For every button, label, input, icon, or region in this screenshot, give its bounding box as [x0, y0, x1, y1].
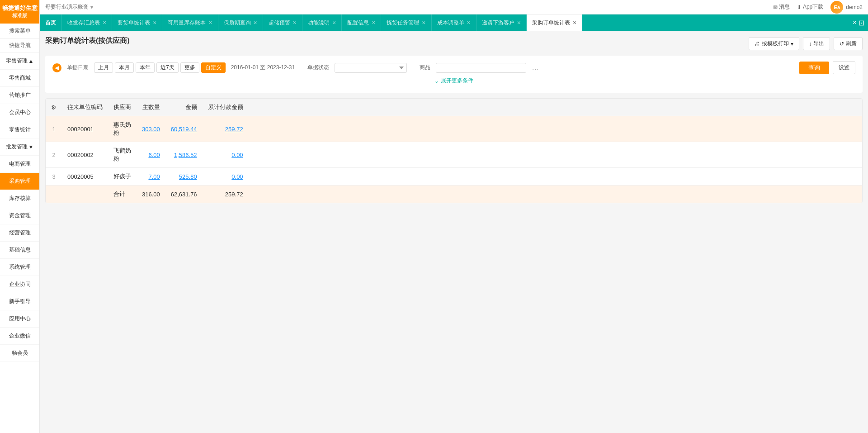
main-area: 母婴行业演示账套 ▾ ✉ 消息 ⬇ App下载 Ea demo2 首页 收发存汇…	[40, 0, 868, 433]
expand-conditions-btn[interactable]: ⌄ 展开更多条件	[434, 77, 473, 85]
app-download-btn[interactable]: ⬇ App下载	[797, 3, 823, 11]
row-code: 00020001	[62, 116, 108, 142]
row-qty[interactable]: 6.00	[137, 142, 165, 168]
row-num: 1	[46, 116, 62, 142]
date-btn-last-month[interactable]: 上月	[94, 62, 113, 73]
status-select[interactable]	[335, 63, 407, 73]
table-settings-icon[interactable]: ⚙	[51, 104, 57, 111]
app-name: 畅捷通好生意	[2, 5, 38, 12]
template-chevron: ▾	[791, 41, 793, 47]
tab-close-function[interactable]: ×	[332, 19, 336, 26]
tab-close-quality[interactable]: ×	[254, 19, 257, 26]
date-btn-this-month[interactable]: 本月	[115, 62, 134, 73]
message-btn[interactable]: ✉ 消息	[773, 3, 790, 11]
workspace-chevron: ▾	[90, 4, 93, 10]
tab-close-overstock[interactable]: ×	[293, 19, 297, 26]
tab-close-inventory[interactable]: ×	[208, 19, 212, 26]
sidebar-item-quick-nav[interactable]: 快捷导航	[0, 39, 39, 52]
tab-bar: 首页 收发存汇总表 × 要货单统计表 × 可用量库存账本 × 保质期查询 × 超…	[40, 14, 868, 31]
tab-invite-downstream[interactable]: 邀请下游客户 ×	[476, 14, 527, 31]
user-profile[interactable]: Ea demo2	[830, 1, 863, 14]
refresh-button[interactable]: ↺ 刷新	[834, 37, 863, 50]
footer-paid: 259.72	[203, 186, 249, 203]
filter-collapse-btn[interactable]: ◀	[52, 63, 61, 72]
sidebar-item-search[interactable]: 搜索菜单	[0, 24, 39, 39]
tab-purchase-order-stats[interactable]: 采购订单统计表 ×	[527, 14, 582, 31]
row-amount[interactable]: 525.80	[165, 168, 203, 186]
date-btn-7days[interactable]: 近7天	[156, 62, 179, 73]
footer-extra	[249, 186, 862, 203]
sidebar-item-purchase[interactable]: 采购管理	[0, 173, 39, 190]
message-icon: ✉	[773, 4, 778, 10]
sidebar-item-finance[interactable]: 资金管理	[0, 207, 39, 224]
tab-close-config[interactable]: ×	[372, 19, 375, 26]
tab-home[interactable]: 首页	[40, 14, 62, 31]
row-paid[interactable]: 0.00	[203, 168, 249, 186]
sidebar-item-collab[interactable]: 企业协同	[0, 276, 39, 293]
footer-label: 合计	[108, 186, 137, 203]
tab-pick-task[interactable]: 拣货任务管理 ×	[381, 14, 431, 31]
row-code: 00020005	[62, 168, 108, 186]
query-button[interactable]: 查询	[799, 62, 829, 74]
date-btn-this-year[interactable]: 本年	[136, 62, 155, 73]
sidebar-item-marketing[interactable]: 营销推广	[0, 87, 39, 104]
row-amount[interactable]: 1,586.52	[165, 142, 203, 168]
tab-config[interactable]: 配置信息 ×	[342, 14, 381, 31]
tab-quality-query[interactable]: 保质期查询 ×	[218, 14, 263, 31]
tab-close-cost[interactable]: ×	[467, 19, 471, 26]
sidebar-item-retail-stats[interactable]: 零售统计	[0, 121, 39, 138]
print-icon: 🖨	[755, 41, 760, 47]
goods-more-btn[interactable]: …	[532, 64, 539, 72]
tab-collection-summary[interactable]: 收发存汇总表 ×	[62, 14, 112, 31]
sidebar-item-ecommerce[interactable]: 电商管理	[0, 156, 39, 173]
sidebar-item-retail-shop[interactable]: 零售商城	[0, 70, 39, 87]
tab-order-stats[interactable]: 要货单统计表 ×	[112, 14, 162, 31]
row-supplier: 惠氏奶粉	[108, 116, 137, 142]
date-btn-custom[interactable]: 自定义	[201, 62, 226, 73]
tab-close-all-btn[interactable]: ×	[853, 19, 857, 27]
tab-inventory-book[interactable]: 可用量库存账本 ×	[162, 14, 218, 31]
row-qty[interactable]: 7.00	[137, 168, 165, 186]
sidebar-item-retail[interactable]: 零售管理 ▲	[0, 52, 39, 70]
settings-button[interactable]: 设置	[833, 61, 855, 74]
tab-bar-end: × ⊡	[849, 19, 868, 27]
footer-empty1	[46, 186, 62, 203]
sidebar-item-operation[interactable]: 经营管理	[0, 224, 39, 242]
page-header-right: 🖨 按模板打印 ▾ ↓ 导出 ↺ 刷新	[749, 37, 863, 50]
row-qty[interactable]: 303.00	[137, 116, 165, 142]
row-paid[interactable]: 0.00	[203, 142, 249, 168]
tab-cost-adjust[interactable]: 成本调整单 ×	[432, 14, 476, 31]
filter-area: ◀ 单据日期 上月 本月 本年 近7天 更多 自定义 2016-01-01 至 …	[45, 56, 863, 93]
download-icon: ⬇	[797, 4, 802, 10]
sidebar-item-member[interactable]: 会员中心	[0, 104, 39, 121]
tab-close-order[interactable]: ×	[153, 19, 156, 26]
tab-function-desc[interactable]: 功能说明 ×	[302, 14, 342, 31]
tab-close-pick[interactable]: ×	[422, 19, 425, 26]
row-amount[interactable]: 60,519.44	[165, 116, 203, 142]
template-print-button[interactable]: 🖨 按模板打印 ▾	[749, 37, 799, 50]
sidebar-item-wechat[interactable]: 企业微信	[0, 328, 39, 345]
date-btn-more[interactable]: 更多	[180, 62, 199, 73]
sidebar-item-app[interactable]: 应用中心	[0, 310, 39, 328]
tab-expand-btn[interactable]: ⊡	[859, 19, 864, 27]
row-num: 3	[46, 168, 62, 186]
sidebar-item-wholesale[interactable]: 批发管理 ▼	[0, 138, 39, 156]
row-paid[interactable]: 259.72	[203, 116, 249, 142]
tab-close-invite[interactable]: ×	[517, 19, 521, 26]
workspace-selector[interactable]: 母婴行业演示账套 ▾	[45, 3, 93, 11]
goods-input[interactable]	[436, 63, 526, 73]
sidebar-item-inventory[interactable]: 库存核算	[0, 190, 39, 207]
export-button[interactable]: ↓ 导出	[803, 37, 830, 50]
tab-overstock-warning[interactable]: 超储预警 ×	[263, 14, 302, 31]
sidebar-item-system[interactable]: 系统管理	[0, 259, 39, 276]
sidebar-item-vip[interactable]: 畅会员	[0, 345, 39, 362]
col-supplier-header: 供应商	[108, 99, 137, 116]
avatar: Ea	[830, 1, 843, 14]
col-amount-header: 金额	[165, 99, 203, 116]
page-title: 采购订单统计表(按供应商)	[45, 36, 130, 46]
sidebar-item-basic[interactable]: 基础信息	[0, 242, 39, 259]
sidebar-item-guide[interactable]: 新手引导	[0, 293, 39, 310]
tab-close-purchase[interactable]: ×	[573, 19, 576, 26]
tab-close-collection[interactable]: ×	[103, 19, 106, 26]
arrow-icon: ▲	[28, 58, 34, 64]
